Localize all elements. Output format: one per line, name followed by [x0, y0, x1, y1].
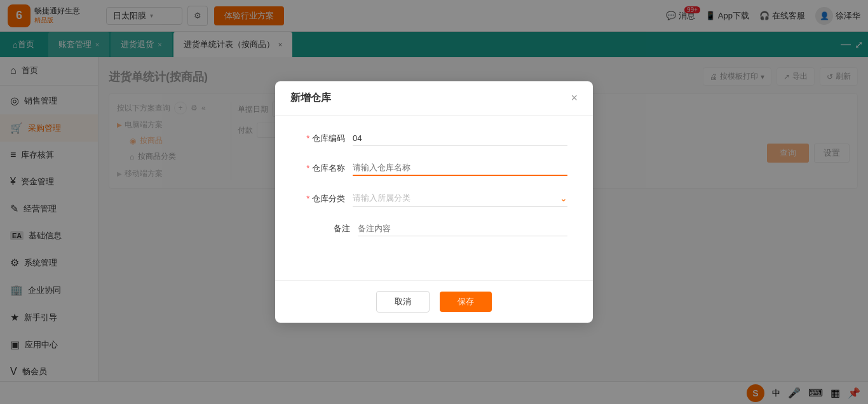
save-button[interactable]: 保存	[440, 292, 492, 312]
form-row-note: 备注	[301, 221, 567, 236]
dialog-body: 仓库编码 仓库名称 仓库分类 请输入所属分类 ⌄ 备注	[275, 116, 593, 280]
form-row-name: 仓库名称	[301, 160, 567, 176]
form-row-category: 仓库分类 请输入所属分类 ⌄	[301, 190, 567, 207]
dialog-footer: 取消 保存	[275, 280, 593, 323]
form-row-code: 仓库编码	[301, 131, 567, 146]
dialog-add-warehouse: 新增仓库 × 仓库编码 仓库名称 仓库分类 请输入所属分类 ⌄	[275, 81, 593, 323]
category-chevron-icon: ⌄	[560, 193, 567, 203]
category-select[interactable]: 请输入所属分类 ⌄	[353, 190, 567, 207]
dialog-header: 新增仓库 ×	[275, 81, 593, 116]
category-placeholder: 请输入所属分类	[353, 192, 410, 204]
name-label: 仓库名称	[301, 163, 345, 174]
modal-overlay: 新增仓库 × 仓库编码 仓库名称 仓库分类 请输入所属分类 ⌄	[0, 0, 868, 404]
dialog-close-button[interactable]: ×	[571, 91, 578, 105]
dialog-title: 新增仓库	[290, 91, 331, 105]
code-input[interactable]	[353, 131, 567, 146]
name-input[interactable]	[353, 160, 567, 176]
cancel-button[interactable]: 取消	[376, 291, 430, 313]
note-label: 备注	[306, 223, 350, 234]
category-label: 仓库分类	[301, 193, 345, 205]
code-label: 仓库编码	[301, 133, 345, 144]
note-input[interactable]	[358, 221, 567, 236]
